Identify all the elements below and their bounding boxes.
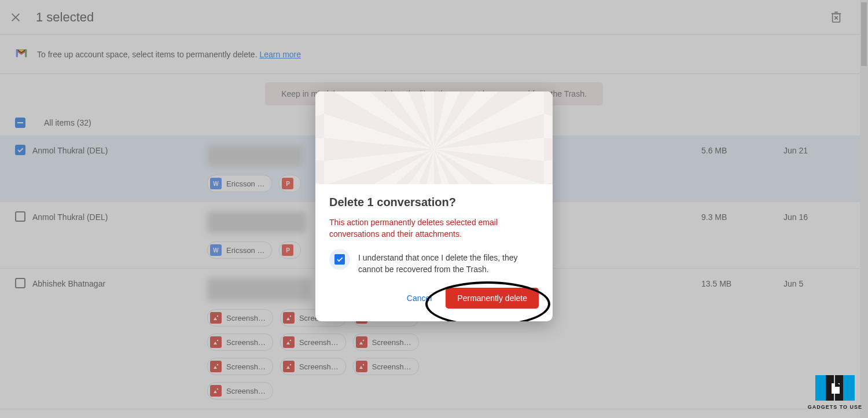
ack-text: I understand that once I delete the file… bbox=[358, 249, 539, 275]
watermark-text: GADGETS TO USE bbox=[808, 404, 862, 410]
dialog-title: Delete 1 conversation? bbox=[329, 196, 539, 209]
delete-dialog: Delete 1 conversation? This action perma… bbox=[315, 91, 553, 321]
dialog-warning: This action permanently deletes selected… bbox=[329, 217, 539, 240]
permanently-delete-button[interactable]: Permanently delete bbox=[446, 288, 539, 309]
watermark: GADGETS TO USE bbox=[808, 373, 862, 410]
ack-checkbox[interactable] bbox=[334, 254, 345, 265]
cancel-button[interactable]: Cancel bbox=[406, 289, 433, 307]
modal-overlay: Delete 1 conversation? This action perma… bbox=[0, 0, 868, 418]
dialog-illustration bbox=[315, 91, 553, 184]
